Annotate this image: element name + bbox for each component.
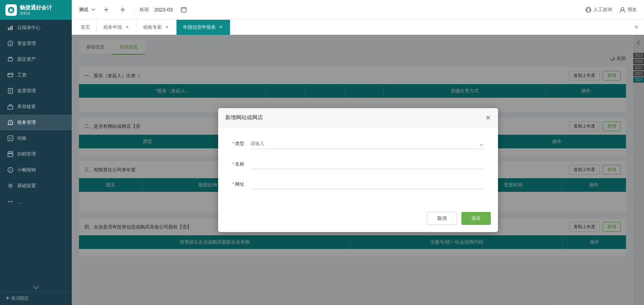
sidebar-item-salary[interactable]: 工资 — [0, 67, 72, 83]
form-label-type: 类型 — [232, 140, 250, 147]
company-dropdown-icon — [91, 8, 95, 11]
tab-annual-report[interactable]: 年报信息申报表 ✕ — [177, 20, 230, 35]
svg-point-20 — [122, 9, 124, 11]
save-button[interactable]: 保存 — [461, 212, 491, 225]
svg-point-16 — [9, 185, 11, 187]
tab-close-main[interactable]: ✕ — [629, 24, 644, 31]
url-input[interactable] — [250, 179, 484, 189]
svg-rect-10 — [8, 106, 13, 109]
company-selector[interactable]: 测试 — [79, 6, 95, 13]
logo-text: 畅捷通好会计 旗舰版 — [20, 4, 52, 16]
calendar-icon — [181, 7, 187, 13]
sidebar-item-report[interactable]: C 小畅报销 — [0, 162, 72, 178]
company-name: 测试 — [79, 6, 88, 13]
main-content: 测试 账期 2023-03 人工咨询 用 — [72, 0, 644, 305]
sidebar-bottom-label: 取消固定 — [11, 295, 29, 301]
svg-point-18 — [10, 201, 11, 202]
svg-point-17 — [8, 201, 9, 202]
form-label-url: 网址 — [232, 181, 250, 188]
asset-icon — [7, 56, 14, 63]
dialog-header: 新增网站或网店 ✕ — [218, 108, 498, 128]
dialog-close-btn[interactable]: ✕ — [485, 114, 491, 122]
sidebar-item-inventory[interactable]: 库存核算 — [0, 99, 72, 115]
type-dropdown-icon[interactable]: ⌄ — [479, 141, 484, 147]
tab-home-label: 首页 — [81, 24, 90, 31]
report-icon: C — [7, 167, 14, 173]
svg-rect-13 — [8, 154, 13, 157]
sidebar-label-cloud-report: 云报表中心 — [17, 24, 41, 31]
user-label: 用友 — [627, 6, 637, 13]
sidebar-item-fund[interactable]: ¥ 资金管理 — [0, 36, 72, 51]
logo-icon: 畅 — [5, 4, 17, 16]
period-label: 账期 — [140, 6, 149, 13]
tab-tax-report-label: 税务申报 — [103, 24, 122, 31]
user-icon — [619, 6, 626, 13]
tab-tax-report[interactable]: 税务申报 ✕ — [97, 20, 137, 35]
sidebar-item-asset[interactable]: 固定资产 — [0, 51, 72, 67]
plus-icon — [104, 7, 109, 12]
add-company-btn[interactable] — [101, 5, 112, 14]
dialog-footer: 取消 保存 — [218, 207, 498, 232]
svg-rect-2 — [8, 28, 9, 30]
tab-tax-inspect-close[interactable]: ✕ — [164, 24, 170, 30]
tab-tax-inspect-label: 税检专家 — [143, 24, 162, 31]
sidebar-item-archive[interactable]: 归档管理 — [0, 146, 72, 162]
sidebar-label-settings: 基础设置 — [17, 182, 36, 189]
svg-text:C: C — [9, 168, 12, 172]
form-row-name: 名称 — [232, 159, 484, 169]
sidebar-item-cloud-report[interactable]: 云报表中心 — [0, 20, 72, 36]
gear-icon — [120, 7, 126, 13]
user-btn[interactable]: 用友 — [619, 6, 637, 13]
more-icon — [7, 198, 14, 205]
sidebar-label-inventory: 库存核算 — [17, 103, 36, 110]
sidebar-logo: 畅 畅捷通好会计 旗舰版 — [0, 0, 72, 20]
sidebar-scroll-down[interactable] — [0, 283, 72, 291]
period-value: 2023-03 — [154, 7, 173, 13]
sidebar-label-more: ... — [17, 199, 21, 204]
svg-rect-7 — [8, 58, 13, 61]
svg-rect-8 — [8, 73, 13, 77]
sidebar-label-salary: 工资 — [17, 72, 27, 78]
sidebar-nav: 云报表中心 ¥ 资金管理 固定资产 工资 — [0, 20, 72, 283]
sidebar-item-more[interactable]: ... — [0, 194, 72, 209]
add-website-dialog: 新增网站或网店 ✕ 类型 ⌄ — [218, 108, 498, 232]
svg-rect-3 — [10, 27, 11, 30]
sidebar-item-tax[interactable]: 税务管理 — [0, 115, 72, 130]
tab-annual-report-label: 年报信息申报表 — [183, 24, 216, 31]
svg-rect-12 — [8, 152, 13, 153]
service-btn[interactable]: 人工咨询 — [585, 6, 612, 13]
form-row-url: 网址 — [232, 179, 484, 189]
svg-rect-4 — [11, 26, 13, 30]
tab-home[interactable]: 首页 — [72, 20, 97, 35]
type-select-wrapper[interactable]: ⌄ — [250, 139, 484, 149]
inventory-icon — [7, 103, 14, 110]
sidebar-label-fund: 资金管理 — [17, 40, 36, 47]
content-area: 基础信息 其他信息 刷新 一、股东（发起人）出资（ — [72, 35, 644, 305]
top-bar: 测试 账期 2023-03 人工咨询 用 — [72, 0, 644, 20]
tab-tax-report-close[interactable]: ✕ — [124, 24, 130, 30]
sidebar-label-tax: 税务管理 — [17, 119, 36, 126]
sidebar-item-invoice[interactable]: 发票管理 — [0, 83, 72, 99]
dialog-overlay: 新增网站或网店 ✕ 类型 ⌄ — [72, 35, 644, 305]
dialog-body: 类型 ⌄ 名称 网址 — [218, 128, 498, 207]
settings-btn[interactable] — [117, 5, 128, 14]
settings-icon — [7, 182, 14, 189]
tabs-bar: 首页 税务申报 ✕ 税检专家 ✕ 年报信息申报表 ✕ ✕ — [72, 20, 644, 35]
salary-icon — [7, 72, 14, 78]
sidebar-item-settle[interactable]: 结账 — [0, 130, 72, 146]
calendar-btn[interactable] — [178, 5, 189, 14]
sidebar-label-asset: 固定资产 — [17, 56, 36, 63]
sidebar-item-settings[interactable]: 基础设置 — [0, 178, 72, 194]
tax-icon — [7, 119, 14, 126]
type-input[interactable] — [250, 141, 479, 146]
tab-tax-inspect[interactable]: 税检专家 ✕ — [137, 20, 177, 35]
name-input[interactable] — [250, 159, 484, 169]
sidebar-unpin-btn[interactable]: 取消固定 — [0, 291, 72, 305]
headset-icon — [585, 6, 592, 13]
chart-icon — [7, 24, 14, 31]
form-row-type: 类型 ⌄ — [232, 139, 484, 149]
cancel-button[interactable]: 取消 — [427, 212, 457, 225]
form-label-name: 名称 — [232, 161, 250, 167]
tab-annual-report-close[interactable]: ✕ — [218, 24, 224, 30]
topbar-right: 人工咨询 用友 — [585, 6, 637, 13]
